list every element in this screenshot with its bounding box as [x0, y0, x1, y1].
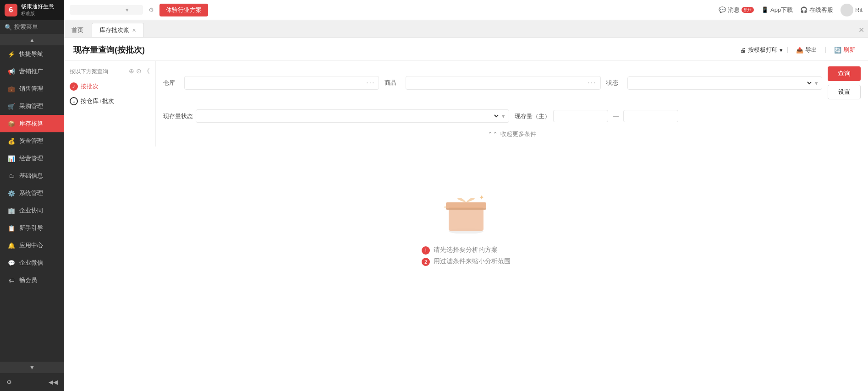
scroll-up-btn[interactable]: ▲ — [0, 34, 64, 45]
product-more-icon[interactable]: ··· — [588, 79, 596, 87]
messages-icon: 💬 — [719, 6, 726, 13]
operations-icon: 📊 — [7, 154, 16, 163]
sidebar-item-label: 营销推广 — [19, 67, 43, 76]
topbar-gear-icon[interactable]: ⚙ — [147, 5, 156, 15]
stock-status-chevron-icon: ▾ — [502, 113, 505, 119]
sidebar-item-wechat[interactable]: 💬 企业微信 — [0, 254, 64, 272]
status-chevron-icon: ▾ — [815, 80, 818, 87]
stock-qty-filter-group: 现存量（主） — — [515, 110, 861, 122]
sidebar-item-label: 采购管理 — [19, 102, 43, 110]
print-btn-label: 按模板打印 — [748, 46, 778, 54]
page-header: 现存量查询(按批次) 🖨 按模板打印 ▾ 📤 导出 🔄 刷新 — [64, 38, 868, 61]
product-input-wrap[interactable]: ··· — [406, 76, 600, 90]
messages-badge: 99+ — [742, 7, 754, 13]
collapse-icon: ⌃⌃ — [488, 131, 498, 138]
sidebar-item-new-guide[interactable]: 📋 新手引导 — [0, 219, 64, 237]
product-input[interactable] — [410, 80, 586, 87]
user-avatar-action[interactable]: Rit — [841, 4, 863, 16]
sidebar-item-operations[interactable]: 📊 经营管理 — [0, 150, 64, 167]
sidebar-nav: ⚡ 快捷导航 📢 营销推广 💼 销售管理 🛒 采购管理 📦 库存核算 💰 资金管… — [0, 45, 64, 362]
warehouse-input-wrap[interactable]: ··· — [184, 76, 379, 90]
stock-status-select-wrap[interactable]: ▾ — [196, 109, 509, 123]
sidebar-item-system[interactable]: ⚙️ 系统管理 — [0, 185, 64, 202]
tab-batch-account-label: 库存批次账 — [99, 26, 129, 34]
warehouse-more-icon[interactable]: ··· — [366, 79, 375, 87]
tab-home[interactable]: 首页 — [64, 23, 91, 37]
collapse-sidebar-icon[interactable]: ◀◀ — [47, 377, 60, 387]
app-logo: 6 — [5, 4, 17, 16]
stock-qty-input-max[interactable] — [623, 110, 678, 122]
status-filter-group: 状态 ▾ — [606, 76, 822, 90]
sidebar-item-label: 新手引导 — [19, 224, 43, 232]
wechat-icon: 💬 — [7, 259, 16, 267]
solution-header-actions: ⊕ ⊙ 《 — [129, 67, 150, 76]
search-icon: 🔍 — [5, 24, 12, 31]
close-all-tabs-icon[interactable]: ✕ — [858, 26, 864, 34]
sidebar-item-sales[interactable]: 💼 销售管理 — [0, 80, 64, 98]
service-icon: 🎧 — [800, 6, 808, 13]
sidebar-item-finance[interactable]: 💰 资金管理 — [0, 132, 64, 150]
empty-step2-text: 用过滤条件来缩小分析范围 — [434, 257, 511, 266]
export-btn-label: 导出 — [805, 46, 817, 54]
user-avatar — [841, 4, 853, 16]
sidebar-item-quick-nav[interactable]: ⚡ 快捷导航 — [0, 45, 64, 63]
topbar-dropdown-icon[interactable]: ▾ — [126, 6, 129, 13]
topbar-search-input[interactable] — [73, 7, 124, 13]
main-area: ▾ ⚙ 体验行业方案 💬 消息 99+ 📱 App下载 🎧 在线客服 Rit — [64, 0, 868, 391]
sidebar-item-label: 畅会员 — [19, 276, 37, 284]
manage-solution-icon[interactable]: ⊙ — [136, 67, 142, 76]
warehouse-label: 仓库 — [163, 79, 181, 87]
empty-step1-text: 请先选择要分析的方案 — [434, 246, 498, 254]
stock-qty-max-input[interactable] — [627, 113, 704, 119]
sidebar-item-label: 销售管理 — [19, 85, 43, 93]
sidebar-item-inventory[interactable]: 📦 库存核算 — [0, 115, 64, 132]
solution-item-by-warehouse-batch[interactable]: ○ 按仓库+批次 — [64, 94, 155, 109]
print-template-btn[interactable]: 🖨 按模板打印 ▾ — [740, 46, 783, 54]
basic-info-icon: 🗂 — [7, 172, 16, 180]
sidebar-item-basic-info[interactable]: 🗂 基础信息 — [0, 167, 64, 185]
sidebar-item-label: 企业协同 — [19, 206, 43, 215]
empty-icon-wrap: ✦ ✦ — [439, 183, 494, 235]
tabs-right: ✕ — [858, 23, 868, 37]
collapse-solution-icon[interactable]: 《 — [143, 67, 150, 76]
inventory-icon: 📦 — [7, 119, 16, 128]
stock-qty-min-input[interactable] — [557, 113, 634, 119]
refresh-btn[interactable]: 🔄 刷新 — [830, 44, 859, 56]
search-menu-item[interactable]: 🔍 搜索菜单 — [0, 20, 64, 34]
system-icon: ⚙️ — [7, 189, 16, 197]
filter-panel: 按以下方案查询 ⊕ ⊙ 《 ✓ 按批次 ○ 按仓库+批次 — [64, 61, 868, 147]
tab-close-icon[interactable]: ✕ — [132, 27, 136, 33]
solution-item-by-batch[interactable]: ✓ 按批次 — [64, 79, 155, 94]
app-center-icon: 🔔 — [7, 241, 16, 250]
search-menu-label: 搜索菜单 — [14, 23, 38, 31]
experience-btn[interactable]: 体验行业方案 — [159, 4, 208, 16]
sidebar-item-label: 库存核算 — [19, 119, 43, 128]
collapse-more-btn[interactable]: ⌃⌃ 收起更多条件 — [163, 127, 861, 141]
scroll-down-btn[interactable]: ▼ — [0, 362, 64, 373]
stock-status-select[interactable] — [200, 112, 500, 120]
sidebar-item-marketing[interactable]: 📢 营销推广 — [0, 63, 64, 80]
status-select[interactable] — [632, 79, 813, 87]
sidebar-item-label: 应用中心 — [19, 241, 43, 250]
sidebar-item-purchase[interactable]: 🛒 采购管理 — [0, 98, 64, 115]
warehouse-input[interactable] — [188, 80, 364, 87]
solution-panel: 按以下方案查询 ⊕ ⊙ 《 ✓ 按批次 ○ 按仓库+批次 — [64, 61, 156, 147]
messages-action[interactable]: 💬 消息 99+ — [719, 6, 754, 14]
action-btns-wrap: 查询 设置 — [828, 66, 861, 99]
app-title-group: 畅康通好生意 标准版 — [21, 3, 54, 17]
online-service-action[interactable]: 🎧 在线客服 — [800, 6, 833, 14]
sidebar-item-app-center[interactable]: 🔔 应用中心 — [0, 237, 64, 254]
sidebar-item-enterprise[interactable]: 🏢 企业协同 — [0, 202, 64, 219]
topbar: ▾ ⚙ 体验行业方案 💬 消息 99+ 📱 App下载 🎧 在线客服 Rit — [64, 0, 868, 20]
query-btn[interactable]: 查询 — [828, 66, 861, 81]
tab-batch-account[interactable]: 库存批次账 ✕ — [92, 23, 144, 37]
status-select-wrap[interactable]: ▾ — [627, 76, 822, 90]
by-warehouse-batch-label: 按仓库+批次 — [81, 97, 114, 105]
add-solution-icon[interactable]: ⊕ — [129, 67, 134, 76]
export-btn[interactable]: 📤 导出 — [792, 44, 821, 56]
stock-qty-input-min[interactable] — [553, 110, 608, 122]
settings-btn[interactable]: 设置 — [828, 85, 861, 99]
sidebar-item-member[interactable]: 🏷 畅会员 — [0, 272, 64, 289]
app-download-action[interactable]: 📱 App下载 — [761, 6, 793, 14]
settings-footer-icon[interactable]: ⚙ — [5, 377, 14, 387]
